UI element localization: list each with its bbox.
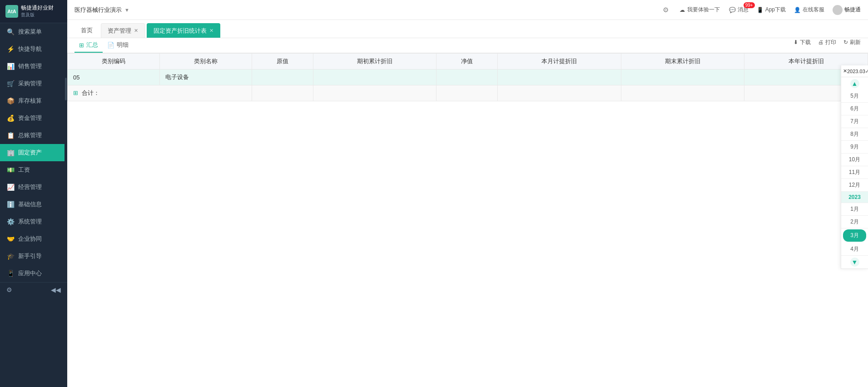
tab-detail[interactable]: 📄 明细 xyxy=(103,38,133,53)
sidebar-item-basic-info[interactable]: ℹ️ 基础信息 xyxy=(0,196,64,213)
month-5[interactable]: 5月 xyxy=(841,90,868,103)
experience-btn[interactable]: ☁ 我要体验一下 xyxy=(676,4,724,15)
search-icon: 🔍 xyxy=(6,28,15,35)
sidebar-item-guide[interactable]: 🎓 新手引导 xyxy=(0,248,64,265)
collapse-icon[interactable]: ◀◀ xyxy=(51,286,61,293)
nav-down-btn[interactable]: ▼ xyxy=(850,258,859,267)
total-icon: ⊞ xyxy=(73,89,78,96)
message-btn[interactable]: 💬 消息 99+ xyxy=(729,6,749,14)
table-container: 类别编码 类别名称 原值 期初累计折旧 净值 本月计提折旧 期末累计折旧 本年计… xyxy=(67,53,868,387)
date-panel: ✕ 2023.03 ⤢ ▲ 5月 6月 7月 8月 9月 10月 11月 12月… xyxy=(841,65,868,269)
sidebar-item-quick-nav[interactable]: ⚡ 快捷导航 xyxy=(0,40,64,58)
purchase-icon: 🛒 xyxy=(6,80,15,87)
app-center-icon: 📱 xyxy=(6,270,15,277)
month-10[interactable]: 10月 xyxy=(841,154,868,166)
total-row: ⊞ 合计： 791.67 xyxy=(68,85,868,101)
month-11[interactable]: 11月 xyxy=(841,166,868,179)
sidebar: AtA 畅捷通好业财 普及版 🔍 搜索菜单 ⚡ 快捷导航 📊 销售管理 🛒 采购… xyxy=(0,0,67,387)
download-btn[interactable]: ⬇ 下载 xyxy=(794,39,811,46)
col-header-monthly: 本月计提折旧 xyxy=(497,54,621,69)
sidebar-item-app-center[interactable]: 📱 应用中心 xyxy=(0,265,64,282)
enterprise-icon: 🤝 xyxy=(6,235,15,243)
date-panel-year-display: 2023.03 xyxy=(847,69,865,74)
print-btn[interactable]: 🖨 打印 xyxy=(818,39,836,46)
inner-tabs: ⊞ 汇总 📄 明细 xyxy=(74,38,133,53)
username: 畅捷通 xyxy=(844,6,861,14)
month-12[interactable]: 12月 xyxy=(841,179,868,192)
sidebar-item-purchase[interactable]: 🛒 采购管理 xyxy=(0,75,64,92)
cell-code: 05 xyxy=(68,69,160,85)
month-2[interactable]: 2月 xyxy=(841,216,868,228)
fixed-assets-icon: 🏢 xyxy=(6,149,15,156)
month-9[interactable]: 9月 xyxy=(841,141,868,154)
date-nav-up[interactable]: ▲ xyxy=(841,77,868,90)
tab-summary[interactable]: ⊞ 汇总 xyxy=(74,38,103,53)
sales-icon: 📊 xyxy=(6,63,15,70)
topbar-right: 💬 消息 99+ 📱 App下载 👤 在线客服 畅捷通 xyxy=(729,5,861,15)
download-icon: ⬇ xyxy=(794,39,798,45)
tabbar: 首页 资产管理 ✕ 固定资产折旧统计表 ✕ xyxy=(67,20,868,38)
month-8[interactable]: 8月 xyxy=(841,128,868,141)
cell-total-period-end xyxy=(621,85,744,101)
month-4[interactable]: 4月 xyxy=(841,243,868,256)
month-7[interactable]: 7月 xyxy=(841,115,868,128)
sidebar-item-system[interactable]: ⚙️ 系统管理 xyxy=(0,213,64,230)
cell-total-net xyxy=(436,85,498,101)
logo-icon: AtA xyxy=(5,5,18,18)
user-menu[interactable]: 畅捷通 xyxy=(833,5,861,15)
cell-net xyxy=(436,69,498,85)
sidebar-logo: AtA 畅捷通好业财 普及版 xyxy=(0,0,67,23)
online-service-btn[interactable]: 👤 在线客服 xyxy=(794,6,824,14)
nav-up-btn[interactable]: ▲ xyxy=(850,79,859,88)
sidebar-item-finance[interactable]: 💰 资金管理 xyxy=(0,109,64,127)
app-download-btn[interactable]: 📱 App下载 xyxy=(757,6,786,14)
content: ⊞ 汇总 📄 明细 ⬇ 下载 🖨 打印 xyxy=(67,38,868,387)
month-6[interactable]: 6月 xyxy=(841,103,868,115)
date-panel-expand[interactable]: ⤢ xyxy=(865,68,868,74)
sidebar-item-search[interactable]: 🔍 搜索菜单 xyxy=(0,23,64,40)
sidebar-item-salary[interactable]: 💵 工资 xyxy=(0,161,64,179)
sidebar-item-operations[interactable]: 📈 经营管理 xyxy=(0,179,64,196)
sidebar-item-enterprise[interactable]: 🤝 企业协同 xyxy=(0,230,64,248)
guide-icon: 🎓 xyxy=(6,253,15,260)
month-1[interactable]: 1月 xyxy=(841,203,868,216)
date-panel-close[interactable]: ✕ xyxy=(843,68,847,74)
settings-icon[interactable]: ⚙ xyxy=(6,286,12,293)
quick-nav-icon: ⚡ xyxy=(6,45,15,53)
gear-icon[interactable]: ⚙ xyxy=(661,4,670,16)
service-icon: 👤 xyxy=(794,7,801,13)
sidebar-item-sales[interactable]: 📊 销售管理 xyxy=(0,58,64,75)
date-nav-down[interactable]: ▼ xyxy=(841,256,868,268)
tab-close-asset[interactable]: ✕ xyxy=(134,28,138,34)
refresh-icon: ↻ xyxy=(843,39,848,45)
cell-name: 电子设备 xyxy=(160,69,252,85)
dropdown-arrow-icon: ▼ xyxy=(124,7,129,13)
tab-asset-management[interactable]: 资产管理 ✕ xyxy=(101,23,145,38)
sidebar-item-fixed-assets[interactable]: 🏢 固定资产 xyxy=(0,144,64,161)
sidebar-item-inventory[interactable]: 📦 库存核算 xyxy=(0,92,64,109)
year-2023-label: 2023 xyxy=(841,192,868,203)
cell-monthly xyxy=(497,69,621,85)
sidebar-item-ledger[interactable]: 📋 总账管理 xyxy=(0,127,64,144)
month-3-active[interactable]: 3月 xyxy=(843,229,866,242)
cell-period-end xyxy=(621,69,744,85)
cell-initial-dep xyxy=(313,69,436,85)
col-header-period-end: 期末累计折旧 xyxy=(621,54,744,69)
date-panel-header: ✕ 2023.03 ⤢ xyxy=(841,65,868,77)
message-icon: 💬 xyxy=(729,7,736,13)
col-header-name: 类别名称 xyxy=(160,54,252,69)
mobile-icon: 📱 xyxy=(757,7,764,13)
tab-close-depreciation[interactable]: ✕ xyxy=(209,28,213,34)
col-header-code: 类别编码 xyxy=(68,54,160,69)
cell-total-initial-dep xyxy=(313,85,436,101)
cell-total-original xyxy=(252,85,313,101)
app-name: 畅捷通好业财 xyxy=(21,5,54,12)
topbar: 医疗器械行业演示 ▼ ⚙ ☁ 我要体验一下 💬 消息 99+ 📱 App下载 👤… xyxy=(67,0,868,20)
tab-depreciation-report[interactable]: 固定资产折旧统计表 ✕ xyxy=(147,23,220,38)
company-selector[interactable]: 医疗器械行业演示 ▼ xyxy=(74,6,655,14)
refresh-btn[interactable]: ↻ 刷新 xyxy=(843,39,861,46)
sidebar-bottom: ⚙ ◀◀ xyxy=(0,282,67,297)
sidebar-nav: 🔍 搜索菜单 ⚡ 快捷导航 📊 销售管理 🛒 采购管理 📦 库存核算 💰 xyxy=(0,23,64,282)
col-header-net: 净值 xyxy=(436,54,498,69)
tab-home[interactable]: 首页 xyxy=(74,23,99,38)
